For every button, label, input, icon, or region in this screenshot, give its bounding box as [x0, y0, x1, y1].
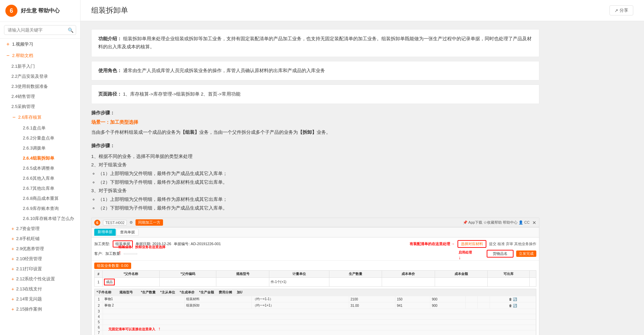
scene1-title: 场景一：加工类型选择 — [91, 119, 539, 125]
mock-lower-tab5: *生成单价 — [180, 290, 195, 295]
minus-icon: − — [6, 53, 9, 58]
page-header: 组装拆卸单 ↗ 分享 — [80, 0, 644, 21]
sidebar-item-videos[interactable]: + 1.视频学习 — [0, 39, 80, 50]
role-label: 使用角色： — [98, 68, 122, 73]
nav-section: + 1.视频学习 − 2.帮助文档 2.1新手入门 2.2产品安装及登录 2.3… — [0, 39, 80, 314]
nav-inventory-label: 2.6库存核算 — [18, 114, 42, 120]
mock-lower-tab7: 费用分摊 — [219, 290, 232, 295]
nav-data[interactable]: 2.3使用前数据准备 — [11, 81, 80, 92]
nav-coupon[interactable]: +2.9优惠券管理 — [11, 244, 80, 254]
ops-title: 操作步骤： — [91, 110, 539, 116]
nav-2.6.8[interactable]: 2.6.8商品成本重算 — [23, 193, 80, 204]
path-text: 1、库存核算->库存管理->组装拆卸单 2、首页->常用功能 — [123, 92, 240, 97]
mock-lower-tab1: *子件名称 — [97, 290, 111, 295]
step-3-sub: （1）上部明细为父件明细，最终作为原材料生成其它出库单； （2）下部明细为子件明… — [91, 195, 539, 212]
mock-system-label: 6 — [94, 220, 100, 226]
sidebar-item-docs-label: 2.帮助文档 — [12, 53, 33, 59]
mock-material2: 事物 2 — [104, 303, 114, 307]
sidebar-item-docs[interactable]: − 2.帮助文档 — [0, 50, 80, 61]
step-2: 2、对于组装业务 — [91, 161, 539, 169]
nav-inventory[interactable]: − 2.6库存核算 — [11, 112, 80, 123]
role-block: 使用角色： 通常由生产人员或库管人员完成拆装业务的操作，库管人员确认原材料的出库… — [91, 61, 539, 80]
plus-icon: + — [6, 41, 9, 47]
nav-sysconfig[interactable]: +2.12系统个性化设置 — [11, 274, 80, 284]
page-title: 组装拆卸单 — [91, 5, 128, 15]
nav-print[interactable]: +2.11打印设置 — [11, 264, 80, 274]
mock-annotation4-text: 启用处理 — [459, 250, 472, 254]
nav-faq[interactable]: +2.14常见问题 — [11, 294, 80, 304]
nav-inventory-group: − 2.6库存核算 2.6.1盘点单 2.6.2分量盘点单 2.6.3调拨单 2… — [11, 112, 80, 224]
mock-arrow3: ↑ — [118, 249, 121, 255]
step-3-2: （2）下部明细为子件明细，最终作为产成品生成其它入库单。 — [98, 204, 539, 213]
mock-material-select-box: 货物品名 — [487, 250, 514, 258]
step-2-sub: （1）上部明细为父件明细，最终作为产成品生成其它入库单； （2）下部明细为子件明… — [91, 169, 539, 186]
mock-table-title: 组装业务数量: 0.00 — [97, 264, 128, 268]
function-intro-block: 功能介绍： 组装拆卸单用来处理企业组装或拆卸等加工业务，支持有固定装配清单的产品… — [91, 29, 539, 57]
search-bar: 🔍 — [0, 22, 80, 39]
mock-num-label: 单据编号: AD-20191226-001 — [174, 241, 221, 246]
mock-annotation3-text: 组装业务、拆卸业务在这里选择 — [118, 245, 165, 249]
screenshot-mock: 6 TEST-H002 ⚙ 同期加工一方 📌 App下载 ☆收藏帮助 帮助中心 … — [91, 218, 539, 335]
step-1: 1、根据不同的业务，选择不同单据的类型来处理 — [91, 152, 539, 161]
nav-2.6.5[interactable]: 2.6.5成本调整单 — [23, 163, 80, 173]
docs-subnav: 2.1新手入门 2.2产品安装及登录 2.3使用前数据准备 2.4销售管理 2.… — [0, 61, 80, 314]
scene1-desc: 当由多个子件材料组装成一个成品的业务为【组装】业务，当由一个父件拆分成多个子产品… — [91, 128, 539, 137]
step-3: 3、对于拆装业务 — [91, 186, 539, 195]
mock-process-btn-orange: 同期加工一方 — [136, 219, 163, 226]
mock-close-icon: ✕ — [532, 220, 536, 225]
minus-icon-inv: − — [12, 115, 15, 120]
step-2-2: （2）下部明细为子件明细，最终作为原材料生成其它出库单。 — [98, 178, 539, 187]
nav-finance[interactable]: +2.7资金管理 — [11, 224, 80, 234]
nav-2.6.6[interactable]: 2.6.6其他入库单 — [23, 173, 80, 183]
inventory-subnav: 2.6.1盘点单 2.6.2分量盘点单 2.6.3调拨单 2.6.4组装拆卸单 … — [11, 123, 80, 224]
role-text: 通常由生产人员或库管人员完成拆装业务的操作，库管人员确认原材料的出库和产成品的入… — [123, 68, 325, 73]
mock-select-material: 选择对应材料 — [458, 240, 486, 248]
nav-2.6.9[interactable]: 2.6.9库存账本查询 — [23, 204, 80, 214]
nav-online[interactable]: +2.13在线支付 — [11, 284, 80, 294]
nav-2.6.7[interactable]: 2.6.7其他出库单 — [23, 183, 80, 193]
search-icon-btn[interactable]: 🔍 — [68, 27, 73, 33]
mock-lower-tab8: 加U — [237, 290, 243, 295]
nav-2.6.1[interactable]: 2.6.1盘点单 — [23, 123, 80, 133]
step-3-1: （1）上部明细为父件明细，最终作为原材料生成其它出库单； — [98, 195, 539, 204]
steps-list: 1、根据不同的业务，选择不同单据的类型来处理 2、对于组装业务 （1）上部明细为… — [91, 152, 539, 212]
main-content: 组装拆卸单 ↗ 分享 功能介绍： 组装拆卸单用来处理企业组装或拆卸等加工业务，支… — [80, 0, 644, 335]
step-2-1: （1）上部明细为父件明细，最终作为产成品生成其它入库单； — [98, 169, 539, 178]
mock-arrow5: ↑ — [158, 326, 161, 331]
nav-new[interactable]: 2.1新手入门 — [11, 61, 80, 71]
mock-arrow1: → — [451, 242, 455, 246]
function-intro-label: 功能介绍： — [98, 36, 122, 41]
nav-install[interactable]: 2.2产品安装及登录 — [11, 71, 80, 81]
nav-cases[interactable]: +2.15操作案例 — [11, 304, 80, 314]
mock-action-btns: 提交 核准 弃审 其他业务操作 — [489, 241, 536, 246]
sidebar: 6 好生意 帮助中心 🔍 + 1.视频学习 − 2.帮助文档 2.1新手入门 2… — [0, 0, 80, 335]
path-block: 页面路径： 1、库存核算->库存管理->组装拆卸单 2、首页->常用功能 — [91, 85, 539, 104]
mock-url-field: TEST-H002 — [103, 220, 127, 225]
search-input[interactable] — [4, 25, 76, 35]
ops-steps-title: 操作步骤： — [91, 143, 539, 149]
nav-2.6.3[interactable]: 2.6.3调拨单 — [23, 143, 80, 153]
mock-tab-new: 新增单据 — [94, 229, 116, 236]
mock-material1: 事物1 — [104, 297, 113, 301]
path-label: 页面路径： — [98, 92, 122, 97]
content-area: 功能介绍： 组装拆卸单用来处理企业组装或拆卸等加工业务，支持有固定装配清单的产品… — [80, 21, 550, 335]
mock-annotation1-text: 有装配清单的在这里处理 — [410, 242, 450, 246]
nav-2.6.4[interactable]: 2.6.4组装拆卸单 — [23, 153, 80, 163]
mock-tab-query: 查询单据 — [116, 229, 139, 236]
mock-annotation5-text: 无固定清单可以直接在这里录入 — [108, 327, 155, 331]
mock-lower-tab6: *生产金额 — [199, 290, 214, 295]
share-button[interactable]: ↗ 分享 — [609, 5, 633, 15]
nav-mobile[interactable]: +2.8手机旺铺 — [11, 234, 80, 244]
mock-lower-tab4: *主从单位 — [160, 290, 175, 295]
share-icon: ↗ — [614, 8, 618, 13]
mock-settings-icon: ⚙ — [129, 220, 133, 225]
nav-2.6.2[interactable]: 2.6.2分量盘点单 — [23, 133, 80, 143]
nav-purchase[interactable]: 2.5采购管理 — [11, 102, 80, 112]
logo-text: 好生意 帮助中心 — [21, 7, 60, 14]
nav-2.6.10[interactable]: 2.6.10库存账本错了怎么办 — [23, 214, 80, 224]
logo-bar: 6 好生意 帮助中心 — [0, 0, 80, 22]
nav-sales[interactable]: 2.4销售管理 — [11, 92, 80, 102]
sidebar-item-videos-label: 1.视频学习 — [12, 41, 33, 47]
nav-ops[interactable]: +2.10经营管理 — [11, 254, 80, 264]
mock-lower-tab3: *生产数量 — [141, 290, 156, 295]
